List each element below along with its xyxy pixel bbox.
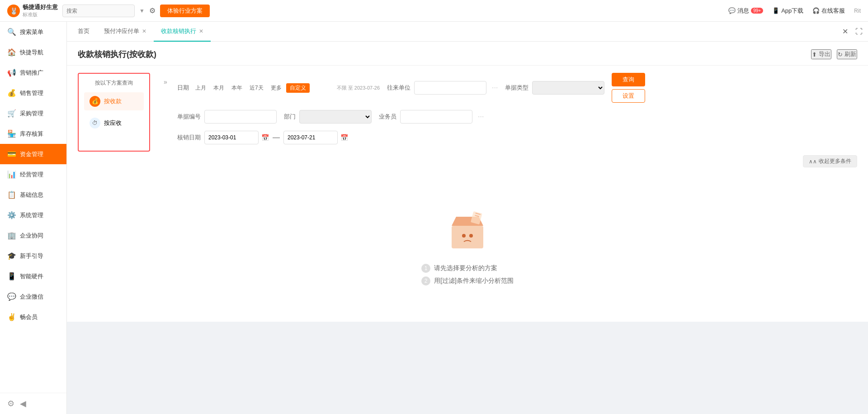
date-tab-custom[interactable]: 自定义 (286, 83, 310, 93)
date-tab-more[interactable]: 更多 (268, 83, 284, 93)
offset-date-filter: 核销日期 📅 — 📅 (177, 131, 348, 144)
sidebar-bottom: ⚙ ◀ (0, 393, 66, 414)
tab-home[interactable]: 首页 (71, 22, 97, 42)
tab-prepay-close-icon[interactable]: ✕ (142, 28, 146, 34)
topbar-search-input[interactable] (62, 5, 135, 17)
maximize-icon[interactable]: ⛶ (854, 26, 864, 38)
topbar-gear-icon[interactable]: ⚙ (149, 6, 156, 15)
sidebar-item-marketing[interactable]: 📢 营销推广 (0, 62, 66, 83)
message-button[interactable]: 💬 消息 99+ (728, 7, 763, 15)
sidebar-item-hardware[interactable]: 📱 智能硬件 (0, 266, 66, 286)
sidebar-item-inventory[interactable]: 🏪 库存核算 (0, 124, 66, 144)
query-button[interactable]: 查询 (612, 73, 645, 86)
tab-receipt-offset-label: 收款核销执行 (161, 27, 196, 35)
filter-right: 日期 上月 本月 本年 近7天 更多 自定义 不限 (177, 73, 857, 152)
offset-date-end-calendar-icon[interactable]: 📅 (340, 134, 348, 141)
marketing-icon: 📢 (7, 68, 16, 77)
tab-bar: 首页 预付冲应付单 ✕ 收款核销执行 ✕ ✕ ⛶ (67, 22, 868, 42)
date-tab-7days[interactable]: 近7天 (247, 83, 266, 93)
sidebar-item-enterprise[interactable]: 🏢 企业协同 (0, 225, 66, 246)
salesman-label: 业务员 (379, 113, 396, 121)
sidebar-item-purchase[interactable]: 🛒 采购管理 (0, 103, 66, 124)
export-icon: ⬆ (812, 51, 817, 58)
quick-nav-icon: 🏠 (7, 48, 16, 57)
sidebar-item-finance[interactable]: 💳 资金管理 (0, 144, 66, 164)
bill-no-label: 单据编号 (177, 113, 201, 121)
empty-tip-1: 1 请先选择要分析的方案 (421, 264, 514, 273)
close-tab-icon[interactable]: ✕ (840, 25, 850, 38)
sidebar-label-inventory: 库存核算 (20, 130, 43, 138)
counterparty-label: 往来单位 (387, 84, 410, 92)
query-by-receipt[interactable]: 💰 按收款 (84, 92, 144, 110)
counterparty-input[interactable] (414, 81, 486, 95)
base-info-icon: 📋 (7, 190, 16, 199)
offset-date-start-calendar-icon[interactable]: 📅 (261, 134, 269, 141)
wechat-icon: 💬 (7, 292, 16, 301)
export-button[interactable]: ⬆ 导出 (811, 49, 831, 59)
salesman-filter: 业务员 ··· (379, 110, 484, 124)
offset-date-start-input[interactable] (204, 131, 259, 144)
counterparty-dots-icon[interactable]: ··· (492, 84, 498, 92)
collapse-more-icon: ∧∧ (809, 158, 817, 165)
sidebar-label-hardware: 智能硬件 (20, 272, 43, 281)
sidebar-item-wechat[interactable]: 💬 企业微信 (0, 286, 66, 307)
date-tab-last-month[interactable]: 上月 (193, 83, 209, 93)
bill-no-input[interactable] (204, 110, 277, 124)
user-name[interactable]: Rit (854, 8, 861, 14)
empty-illustration (440, 208, 495, 253)
sidebar-item-quick-nav[interactable]: 🏠 快捷导航 (0, 42, 66, 62)
export-label: 导出 (819, 50, 830, 58)
salesman-dots-icon[interactable]: ··· (478, 113, 484, 121)
main-layout: 🔍 搜索菜单 🏠 快捷导航 📢 营销推广 💰 销售管理 🛒 采购管理 🏪 库存核… (0, 22, 868, 414)
bill-type-label: 单据类型 (505, 84, 528, 92)
tip-1-text: 请先选择要分析的方案 (434, 264, 497, 272)
guide-icon: 🎓 (7, 252, 16, 260)
date-range-hint: 不限 至 2023-07-26 (337, 85, 380, 91)
sidebar-item-member[interactable]: ✌️ 畅会员 (0, 307, 66, 327)
enterprise-icon: 🏢 (7, 231, 16, 240)
sidebar-item-sales[interactable]: 💰 销售管理 (0, 83, 66, 103)
sidebar-item-operation[interactable]: 📊 经营管理 (0, 164, 66, 185)
online-service-button[interactable]: 🎧 在线客服 (812, 7, 845, 15)
tab-bar-right: ✕ ⛶ (840, 25, 864, 38)
settings-button[interactable]: 设置 (612, 89, 645, 103)
app-download-button[interactable]: 📱 App下载 (772, 7, 803, 15)
refresh-button[interactable]: ↻ 刷新 (837, 49, 857, 59)
message-badge: 99+ (751, 8, 763, 14)
tab-prepay[interactable]: 预付冲应付单 ✕ (97, 22, 154, 42)
sidebar-label-enterprise: 企业协同 (20, 232, 43, 240)
collapse-panel-button[interactable]: » (161, 78, 170, 86)
topbar-dropdown-arrow[interactable]: ▼ (139, 8, 145, 14)
collapse-more-button[interactable]: ∧∧ 收起更多条件 (803, 155, 857, 167)
filter-row-2: 单据编号 部门 业务员 (177, 110, 857, 124)
tab-receipt-offset-close-icon[interactable]: ✕ (199, 28, 203, 34)
content-area: 首页 预付冲应付单 ✕ 收款核销执行 ✕ ✕ ⛶ 收款核销执行(按收款) (67, 22, 868, 414)
tab-home-label: 首页 (78, 27, 90, 35)
app-icon: 📱 (772, 7, 779, 14)
sidebar-item-guide[interactable]: 🎓 新手引导 (0, 246, 66, 266)
offset-date-end-input[interactable] (283, 131, 338, 144)
bill-type-select[interactable] (532, 81, 604, 95)
sidebar-item-system[interactable]: ⚙️ 系统管理 (0, 205, 66, 225)
dept-select[interactable] (299, 110, 372, 124)
query-by-receivable[interactable]: ⏱ 按应收 (84, 114, 144, 132)
finance-icon: 💳 (7, 150, 16, 158)
industry-solution-button[interactable]: 体验行业方案 (160, 5, 210, 17)
hardware-icon: 📱 (7, 272, 16, 281)
collapse-sidebar-icon[interactable]: ◀ (20, 399, 26, 409)
query-type-panel: 按以下方案查询 💰 按收款 ⏱ 按应收 (78, 73, 150, 152)
date-tab-this-month[interactable]: 本月 (211, 83, 227, 93)
filter-section: 按以下方案查询 💰 按收款 ⏱ 按应收 » (67, 66, 868, 152)
date-tab-this-year[interactable]: 本年 (229, 83, 245, 93)
tab-receipt-offset[interactable]: 收款核销执行 ✕ (154, 22, 211, 42)
bill-type-filter: 单据类型 (505, 81, 604, 95)
sales-icon: 💰 (7, 89, 16, 97)
sidebar-item-search-menu[interactable]: 🔍 搜索菜单 (0, 22, 66, 42)
page-title: 收款核销执行(按收款) (78, 49, 156, 60)
message-label: 消息 (737, 7, 749, 15)
page-body: 收款核销执行(按收款) ⬆ 导出 ↻ 刷新 (67, 42, 868, 414)
sidebar-item-base-info[interactable]: 📋 基础信息 (0, 185, 66, 205)
salesman-input[interactable] (400, 110, 472, 124)
page-header: 收款核销执行(按收款) ⬆ 导出 ↻ 刷新 (67, 42, 868, 66)
settings-icon[interactable]: ⚙ (7, 399, 14, 409)
